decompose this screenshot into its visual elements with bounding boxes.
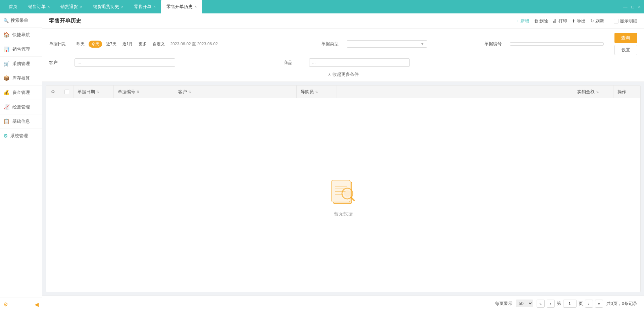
page-title: 零售开单历史: [49, 17, 81, 24]
page-input[interactable]: [563, 300, 577, 308]
collapse-btn[interactable]: ∧ 收起更多条件: [328, 71, 359, 77]
nav-tab-3[interactable]: 销货退货历史×: [88, 0, 129, 13]
number-sort-icon: ⇅: [137, 90, 139, 94]
sidebar-item-1[interactable]: 📊销售管理: [0, 42, 42, 57]
table-body: 暂无数据: [46, 98, 640, 292]
pagination: 每页显示 50 10 20 100 « ‹ 第 页 › » 共0页，0条记录: [42, 296, 644, 311]
table-header: ⚙ 单据日期 ⇅ 单据编号 ⇅ 客户 ⇅ 导购员: [46, 86, 640, 98]
date-btn-1month[interactable]: 近1月: [120, 41, 135, 48]
collapse-chevron-icon: ∧: [328, 72, 331, 77]
th-guide[interactable]: 导购员 ⇅: [297, 86, 337, 98]
header-checkbox[interactable]: [64, 90, 69, 94]
sidebar-item-7[interactable]: ⚙系统管理: [0, 129, 42, 143]
main-layout: 🔍 搜索采单 🏠快捷导航📊销售管理🛒采购管理📦库存核算💰资金管理📈经营管理📋基础…: [0, 13, 644, 311]
filter-panel: 单据日期 昨天 今天 近7天 近1月 更多 自定义 2023-06-02 至 2…: [42, 29, 644, 82]
nav-tab-0[interactable]: 首页: [3, 0, 23, 13]
amount-sort-icon: ⇅: [596, 90, 599, 94]
th-spacer: [337, 86, 573, 98]
date-btn-today[interactable]: 今天: [89, 41, 102, 48]
content-header: 零售开单历史 + 新增 🗑 删除 🖨 打印 ⬆ 导出 ↻ 刷新 显示明细: [42, 13, 644, 29]
last-page-button[interactable]: »: [595, 300, 603, 308]
th-date[interactable]: 单据日期 ⇅: [73, 86, 114, 98]
sidebar-label-4: 资金管理: [12, 90, 30, 96]
minimize-button[interactable]: —: [623, 4, 628, 9]
nav-tab-close-4[interactable]: ×: [153, 5, 155, 9]
prev-page-button[interactable]: ‹: [547, 300, 555, 308]
type-select-arrow: ▼: [420, 42, 424, 46]
sidebar-item-3[interactable]: 📦库存核算: [0, 71, 42, 86]
window-controls: — □ ×: [623, 4, 641, 9]
sidebar-search-label: 搜索采单: [11, 17, 28, 23]
toolbar-separator: [609, 18, 609, 24]
sidebar-item-0[interactable]: 🏠快捷导航: [0, 28, 42, 42]
refresh-button[interactable]: ↻ 刷新: [590, 18, 604, 24]
sidebar-item-4[interactable]: 💰资金管理: [0, 86, 42, 100]
nav-tab-close-5[interactable]: ×: [195, 5, 197, 9]
maximize-button[interactable]: □: [632, 4, 634, 9]
th-action-label: 操作: [617, 89, 626, 95]
nav-tab-5[interactable]: 零售开单历史×: [161, 0, 202, 13]
settings-button[interactable]: 设置: [614, 45, 637, 55]
nav-tab-4[interactable]: 零售开单×: [129, 0, 161, 13]
th-amount[interactable]: 实销金额 ⇅: [573, 86, 613, 98]
th-checkbox[interactable]: [60, 86, 73, 98]
first-page-button[interactable]: «: [537, 300, 545, 308]
nav-tab-close-2[interactable]: ×: [80, 5, 82, 9]
th-customer[interactable]: 客户 ⇅: [174, 86, 297, 98]
sidebar-icon-2: 🛒: [3, 61, 10, 67]
nav-tabs: 首页销售订单×销货退货×销货退货历史×零售开单×零售开单历史×: [3, 0, 623, 13]
sidebar-item-6[interactable]: 📋基础信息: [0, 114, 42, 129]
th-number-label: 单据编号: [118, 89, 135, 95]
nav-tab-close-1[interactable]: ×: [48, 5, 50, 9]
collapse-label: 收起更多条件: [333, 71, 359, 77]
filter-row-2: 客户 ... 商品 ...: [49, 58, 637, 67]
nav-tab-label: 零售开单: [134, 4, 151, 10]
export-button[interactable]: ⬆ 导出: [572, 18, 586, 24]
print-button[interactable]: 🖨 打印: [553, 18, 567, 24]
table-area: ⚙ 单据日期 ⇅ 单据编号 ⇅ 客户 ⇅ 导购员: [46, 85, 641, 292]
svg-point-7: [344, 190, 351, 197]
nav-tab-2[interactable]: 销货退货×: [55, 0, 87, 13]
type-filter-label: 单据类型: [321, 41, 341, 47]
customer-filter-dots: ...: [78, 60, 81, 65]
add-button[interactable]: + 新增: [517, 18, 529, 24]
next-page-button[interactable]: ›: [585, 300, 593, 308]
window-close-button[interactable]: ×: [638, 4, 641, 9]
date-btn-yesterday[interactable]: 昨天: [75, 41, 87, 48]
sidebar-label-0: 快捷导航: [12, 32, 30, 38]
th-number[interactable]: 单据编号 ⇅: [114, 86, 174, 98]
search-button[interactable]: 查询: [614, 33, 637, 43]
nav-tab-1[interactable]: 销售订单×: [23, 0, 55, 13]
customer-filter-input[interactable]: ...: [75, 58, 175, 67]
date-btn-more[interactable]: 更多: [137, 41, 149, 48]
collapse-row: ∧ 收起更多条件: [49, 70, 637, 77]
collapse-sidebar-icon[interactable]: ◀: [35, 301, 39, 308]
sidebar-item-5[interactable]: 📈经营管理: [0, 100, 42, 114]
total-text: 共0页，0条记录: [606, 301, 637, 307]
per-page-select[interactable]: 50 10 20 100: [516, 300, 533, 307]
sidebar-label-1: 销售管理: [12, 46, 30, 52]
settings-icon[interactable]: ⚙: [3, 301, 8, 308]
th-date-label: 单据日期: [78, 89, 95, 95]
number-filter-label: 单据编号: [484, 41, 504, 47]
show-detail-toggle[interactable]: 显示明细: [614, 18, 637, 24]
sidebar: 🔍 搜索采单 🏠快捷导航📊销售管理🛒采购管理📦库存核算💰资金管理📈经营管理📋基础…: [0, 13, 42, 311]
type-filter-select[interactable]: ▼: [347, 40, 427, 48]
sidebar-item-2[interactable]: 🛒采购管理: [0, 57, 42, 71]
sidebar-search[interactable]: 🔍 搜索采单: [0, 13, 42, 28]
date-btn-custom[interactable]: 自定义: [151, 41, 167, 48]
show-detail-checkbox[interactable]: [614, 19, 618, 23]
date-btn-7days[interactable]: 近7天: [104, 41, 118, 48]
sidebar-icon-7: ⚙: [3, 133, 8, 139]
number-filter-input[interactable]: [510, 42, 604, 46]
customer-sort-icon: ⇅: [188, 90, 191, 94]
nav-tab-close-3[interactable]: ×: [121, 5, 123, 9]
goods-filter-input[interactable]: ...: [309, 58, 410, 67]
page-suffix: 页: [579, 301, 583, 307]
th-settings[interactable]: ⚙: [46, 86, 60, 98]
delete-button[interactable]: 🗑 删除: [534, 18, 548, 24]
pagination-nav: « ‹ 第 页 › »: [537, 300, 603, 308]
goods-filter-dots: ...: [312, 60, 316, 65]
empty-state: 暂无数据: [327, 173, 360, 217]
date-filter-label: 单据日期: [49, 41, 69, 47]
